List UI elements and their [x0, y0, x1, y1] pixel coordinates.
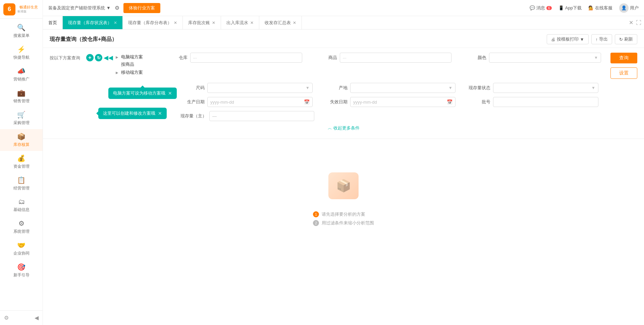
- message-icon: 💬: [530, 5, 535, 10]
- stock-main-label: 现存量（主）: [180, 113, 209, 119]
- topbar-right: 💬 消息 6 📱 App下载 💁 在线客服 👤 用户: [530, 3, 639, 13]
- basic-icon: 🗂: [18, 198, 25, 206]
- sidebar-item-marketing[interactable]: 📣 营销推广: [0, 64, 43, 86]
- color-field: 颜色 ▼: [462, 53, 606, 63]
- sub1-scheme-label: 按商品: [121, 61, 134, 67]
- system-selector[interactable]: 装备及固定资产辅助管理系统 ▼: [48, 5, 111, 11]
- calendar-icon-expire: 📅: [447, 99, 452, 105]
- tab-inventory-status[interactable]: 现存量（库存状况表） ✕: [63, 16, 123, 29]
- sidebar-item-system[interactable]: ⚙ 系统管理: [0, 216, 43, 238]
- logo-badge: 标准版: [17, 9, 38, 14]
- warehouse-placeholder: ···: [193, 55, 197, 60]
- expire-date-label: 失效日期: [323, 99, 350, 105]
- logo-text: 畅通好生意: [19, 5, 38, 9]
- reset-button[interactable]: 设置: [610, 67, 637, 79]
- size-label: 尺码: [180, 85, 207, 91]
- empty-illustration: 📦: [323, 166, 364, 206]
- tab-collect-summary[interactable]: 收发存汇总表 ✕: [259, 16, 302, 29]
- tabs-bar: 首页 现存量（库存状况表） ✕ 现存量（库存分布表） ✕ 库存批次账 ✕ 出入库…: [43, 16, 644, 30]
- add-scheme-button[interactable]: +: [86, 54, 94, 61]
- tab-home[interactable]: 首页: [43, 16, 63, 29]
- goods-input[interactable]: ···: [340, 53, 452, 63]
- filter-area: 按以下方案查询 + ↻ ◀◀ ▶ 电脑端方案 按商品: [43, 48, 644, 139]
- tab-inout-flow-close[interactable]: ✕: [250, 20, 254, 25]
- sidebar-item-label: 企业协同: [13, 251, 30, 256]
- chevron-down-icon: ▼: [580, 37, 584, 42]
- expire-date-placeholder: yyyy-mm-dd: [353, 100, 377, 105]
- empty-tips: 1 请先选择要分析的方案 2 用过滤条件来缩小分析范围: [313, 210, 374, 227]
- origin-input[interactable]: ▼: [350, 83, 455, 93]
- sidebar-item-purchase[interactable]: 🛒 采购管理: [0, 107, 43, 129]
- sidebar-item-quicknav[interactable]: ⚡ 快捷导航: [0, 42, 43, 64]
- goods-label: 商品: [313, 55, 340, 61]
- guide-icon: 🎯: [17, 263, 25, 271]
- tip-num-1: 1: [313, 211, 319, 217]
- origin-chevron-icon: ▼: [448, 86, 452, 90]
- scheme-sub1[interactable]: 按商品: [116, 61, 159, 67]
- sidebar-item-search[interactable]: 🔍 搜索菜单: [0, 20, 43, 42]
- warehouse-label: 仓库: [163, 55, 190, 61]
- create-tooltip-close-icon[interactable]: ✕: [158, 111, 162, 116]
- search-button[interactable]: 查询: [610, 53, 637, 63]
- stock-status-input[interactable]: ▼: [493, 83, 598, 93]
- warehouse-input[interactable]: ···: [190, 53, 302, 63]
- stock-main-input[interactable]: —: [209, 111, 314, 121]
- marketing-icon: 📣: [17, 67, 25, 75]
- collapse-conditions-btn[interactable]: ︿ 收起更多条件: [50, 122, 637, 134]
- collapse-sidebar-icon[interactable]: ◀: [35, 315, 39, 321]
- sidebar-item-operations[interactable]: 📋 经营管理: [0, 173, 43, 195]
- scheme-pc[interactable]: ▶ 电脑端方案: [116, 54, 159, 60]
- tab-inventory-dist-close[interactable]: ✕: [174, 20, 177, 25]
- scheme-tooltip-close-icon[interactable]: ✕: [168, 91, 172, 96]
- tab-close-all-icon[interactable]: ✕: [629, 19, 633, 26]
- tabs-bar-right: ✕ ⛶: [626, 16, 644, 29]
- size-input[interactable]: ▼: [207, 83, 313, 93]
- expire-date-input[interactable]: yyyy-mm-dd 📅: [350, 97, 455, 107]
- message-item[interactable]: 💬 消息 6: [530, 5, 552, 11]
- color-chevron-icon: ▼: [594, 55, 598, 60]
- scheme-mobile[interactable]: ▶ 移动端方案: [116, 69, 159, 75]
- tab-home-label: 首页: [48, 20, 57, 26]
- sidebar-item-finance[interactable]: 💰 资金管理: [0, 151, 43, 173]
- sidebar-item-guide[interactable]: 🎯 新手引导: [0, 260, 43, 281]
- sidebar-item-label: 基础信息: [13, 207, 30, 213]
- tab-collect-summary-close[interactable]: ✕: [293, 20, 296, 25]
- main-content: 现存量查询（按仓库+商品） 🖨 按模板打印 ▼ ↑ 导出 ↻ 刷新: [43, 30, 644, 325]
- sidebar-item-enterprise[interactable]: 🤝 企业协同: [0, 238, 43, 260]
- back-arrow-icon[interactable]: ◀◀: [104, 55, 113, 61]
- batch-input[interactable]: [493, 97, 598, 107]
- export-button[interactable]: ↑ 导出: [591, 34, 612, 44]
- pc-scheme-label: 电脑端方案: [121, 54, 143, 60]
- app-download-item[interactable]: 📱 App下载: [558, 5, 582, 11]
- tab-batch-ledger[interactable]: 库存批次账 ✕: [183, 16, 221, 29]
- settings-icon[interactable]: ⚙: [115, 5, 119, 11]
- warehouse-field: 仓库 ···: [163, 53, 308, 63]
- user-avatar: 👤: [619, 3, 629, 13]
- print-label: 按模板打印: [557, 36, 579, 42]
- sidebar-bottom: ⚙ ◀: [0, 310, 43, 325]
- system-icon: ⚙: [18, 219, 24, 227]
- tab-inout-flow[interactable]: 出入库流水 ✕: [221, 16, 259, 29]
- tab-maximize-icon[interactable]: ⛶: [636, 20, 641, 26]
- tab-inventory-dist[interactable]: 现存量（库存分布表） ✕: [123, 16, 183, 29]
- sidebar-item-basic[interactable]: 🗂 基础信息: [0, 195, 43, 216]
- empty-tip-1: 1 请先选择要分析的方案: [313, 210, 374, 219]
- refresh-button[interactable]: ↻ 刷新: [615, 34, 637, 44]
- online-service-item[interactable]: 💁 在线客服: [588, 5, 612, 11]
- tab-inventory-status-label: 现存量（库存状况表）: [68, 20, 112, 26]
- sidebar-item-inventory[interactable]: 📦 库存核算: [0, 129, 43, 151]
- sidebar-item-sales[interactable]: 💼 销售管理: [0, 86, 43, 107]
- tab-inventory-status-close[interactable]: ✕: [114, 20, 117, 25]
- settings-bottom-icon[interactable]: ⚙: [4, 315, 9, 321]
- goods-field: 商品 ···: [313, 53, 457, 63]
- industry-solution-button[interactable]: 体验行业方案: [123, 3, 160, 13]
- user-item[interactable]: 👤 用户: [619, 3, 639, 13]
- chevron-up-icon: ︿: [328, 125, 332, 131]
- prod-date-input[interactable]: yyyy-mm-dd 📅: [207, 97, 313, 107]
- tab-batch-ledger-close[interactable]: ✕: [212, 20, 215, 25]
- batch-field: 批号: [466, 97, 604, 107]
- print-button[interactable]: 🖨 按模板打印 ▼: [547, 34, 589, 44]
- color-input[interactable]: ▼: [489, 53, 601, 63]
- empty-state: 📦 1 请先选择要分析的方案 2 用过滤条件来缩小分析范围: [43, 139, 644, 248]
- refresh-scheme-button[interactable]: ↻: [95, 54, 102, 61]
